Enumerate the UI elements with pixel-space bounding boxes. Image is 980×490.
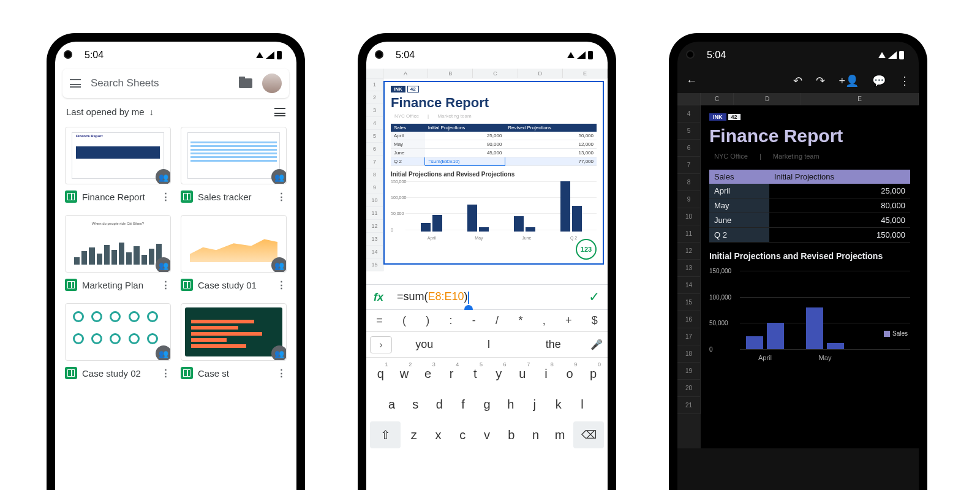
file-card[interactable]: When do people ride Citi Bikes?👥Marketin…	[65, 215, 171, 291]
key[interactable]: p0	[582, 360, 604, 387]
sym-key[interactable]: +	[565, 314, 572, 327]
row-number[interactable]: 8	[677, 174, 701, 191]
sym-key[interactable]: $	[592, 314, 598, 327]
col-header[interactable]: B	[428, 69, 473, 78]
col-header[interactable]: C	[473, 69, 518, 78]
backspace-key[interactable]: ⌫	[573, 421, 604, 448]
suggestion-2[interactable]: I	[456, 338, 521, 351]
row-number[interactable]: 7	[366, 156, 383, 168]
key[interactable]: w2	[394, 360, 415, 387]
row-number[interactable]: 14	[677, 277, 701, 294]
back-icon[interactable]: ←	[686, 75, 697, 88]
key[interactable]: k	[548, 391, 569, 418]
formula-bar[interactable]: fx =sum(E8:E10) ✓	[366, 284, 608, 310]
menu-icon[interactable]	[70, 79, 81, 88]
row-number[interactable]: 4	[677, 105, 701, 123]
row-number[interactable]: 4	[366, 117, 383, 130]
file-more-icon[interactable]: ⋮	[161, 368, 171, 379]
file-more-icon[interactable]: ⋮	[277, 191, 287, 202]
file-more-icon[interactable]: ⋮	[161, 191, 171, 202]
row-number[interactable]: 15	[366, 258, 383, 271]
row-number[interactable]: 16	[677, 311, 701, 328]
col-header[interactable]: E	[563, 69, 608, 78]
sym-key[interactable]: *	[518, 314, 522, 327]
formula-input[interactable]: =sum(E8:E10)	[391, 290, 581, 303]
row-number[interactable]: 11	[366, 207, 383, 220]
account-avatar[interactable]	[262, 74, 282, 93]
col-header[interactable]: D	[518, 69, 563, 78]
row-number[interactable]: 6	[366, 143, 383, 156]
file-card[interactable]: 👥Sales tracker⋮	[181, 127, 287, 203]
key[interactable]: b	[500, 421, 522, 448]
shift-key[interactable]: ⇧	[370, 421, 401, 448]
row-number[interactable]: 21	[677, 397, 701, 414]
row-number[interactable]: 12	[366, 220, 383, 233]
row-number[interactable]: 17	[677, 328, 701, 345]
row-number[interactable]: 3	[366, 104, 383, 117]
key[interactable]: r4	[441, 360, 462, 387]
key[interactable]: a	[381, 391, 402, 418]
row-number[interactable]: 13	[366, 233, 383, 246]
key[interactable]: q1	[370, 360, 391, 387]
key[interactable]: e3	[417, 360, 439, 387]
key[interactable]: j	[524, 391, 545, 418]
key[interactable]: n	[525, 421, 547, 448]
sort-button[interactable]: Last opened by me ↓	[66, 107, 154, 117]
key[interactable]: g	[477, 391, 498, 418]
row-number[interactable]: 7	[677, 157, 701, 174]
key[interactable]: i8	[535, 360, 557, 387]
col-header[interactable]: A	[383, 69, 428, 78]
file-card[interactable]: Finance Report👥Finance Report⋮	[65, 127, 171, 203]
key[interactable]: d	[429, 391, 450, 418]
expand-suggestions-icon[interactable]: ›	[370, 336, 392, 353]
key[interactable]: u7	[512, 360, 533, 387]
sym-key[interactable]: /	[496, 314, 499, 327]
add-person-icon[interactable]: +👤	[839, 74, 859, 88]
data-table[interactable]: SalesInitial ProjectionsApril25,000May80…	[709, 170, 910, 243]
key[interactable]: y6	[488, 360, 510, 387]
fab-numpad[interactable]: 123	[576, 239, 597, 260]
file-more-icon[interactable]: ⋮	[277, 368, 287, 379]
col-header[interactable]: D	[734, 93, 801, 105]
sym-key[interactable]: -	[472, 314, 476, 327]
suggestion-1[interactable]: you	[392, 338, 456, 351]
row-number[interactable]: 2	[366, 91, 383, 104]
key[interactable]: x	[428, 421, 450, 448]
comment-icon[interactable]: 💬	[872, 74, 886, 88]
key[interactable]: z	[403, 421, 425, 448]
row-number[interactable]: 14	[366, 246, 383, 258]
file-card[interactable]: 👥Case study 01⋮	[181, 215, 287, 291]
folder-icon[interactable]	[239, 78, 252, 88]
redo-icon[interactable]: ↷	[816, 74, 825, 88]
row-number[interactable]: 9	[677, 191, 701, 208]
row-number[interactable]: 1	[366, 78, 383, 91]
row-number[interactable]: 5	[366, 130, 383, 143]
key[interactable]: s	[405, 391, 426, 418]
key[interactable]: h	[500, 391, 521, 418]
row-number[interactable]: 15	[677, 294, 701, 311]
row-number[interactable]: 13	[677, 260, 701, 277]
search-bar[interactable]: Search Sheets	[62, 69, 289, 98]
sym-key[interactable]: )	[426, 314, 429, 327]
key[interactable]: v	[476, 421, 498, 448]
sym-key[interactable]: ,	[543, 314, 546, 327]
sym-key[interactable]: :	[450, 314, 453, 327]
row-number[interactable]: 10	[366, 194, 383, 207]
suggestion-3[interactable]: the	[521, 338, 586, 351]
key[interactable]: o9	[559, 360, 581, 387]
file-more-icon[interactable]: ⋮	[161, 279, 171, 290]
undo-icon[interactable]: ↶	[793, 74, 802, 88]
row-number[interactable]: 9	[366, 181, 383, 194]
col-header[interactable]: C	[701, 93, 734, 105]
row-number[interactable]: 11	[677, 225, 701, 243]
row-number[interactable]: 20	[677, 380, 701, 397]
row-number[interactable]: 6	[677, 140, 701, 157]
key[interactable]: t5	[464, 360, 486, 387]
sym-key[interactable]: =	[376, 314, 383, 327]
row-number[interactable]: 19	[677, 363, 701, 380]
mic-icon[interactable]: 🎤	[586, 339, 608, 350]
formula-confirm-icon[interactable]: ✓	[581, 289, 608, 305]
row-number[interactable]: 12	[677, 243, 701, 260]
row-number[interactable]: 8	[366, 168, 383, 181]
key[interactable]: f	[453, 391, 474, 418]
